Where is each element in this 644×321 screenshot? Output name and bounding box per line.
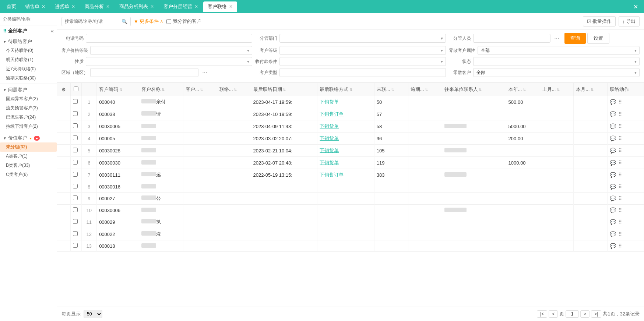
row-checkbox[interactable] bbox=[73, 207, 78, 212]
filter-gender-select[interactable] bbox=[86, 57, 252, 66]
filter-person-input[interactable] bbox=[473, 34, 550, 43]
grid-action-icon[interactable]: ⠿ bbox=[618, 123, 622, 129]
sidebar-all-customers[interactable]: ⠿ 全部客户 « bbox=[0, 25, 57, 36]
chat-icon[interactable]: 💬 bbox=[610, 135, 616, 141]
tab-close-product-list[interactable]: ✕ bbox=[150, 4, 154, 9]
global-close-icon[interactable]: ✕ bbox=[630, 3, 641, 10]
filter-phone-input[interactable] bbox=[86, 34, 252, 43]
grid-action-icon[interactable]: ⠿ bbox=[618, 195, 622, 201]
th-no-contact[interactable]: 未联... bbox=[374, 83, 408, 96]
sidebar-item-churn-warning[interactable]: 流失预警客户(3) bbox=[0, 103, 57, 113]
row-checkbox[interactable] bbox=[73, 135, 78, 140]
contact-method-link[interactable]: 下销货单 bbox=[320, 135, 339, 141]
tab-purchase[interactable]: 进货单 ✕ bbox=[50, 1, 80, 12]
chat-icon[interactable]: 💬 bbox=[610, 243, 616, 249]
row-checkbox[interactable] bbox=[73, 184, 78, 188]
chat-icon[interactable]: 💬 bbox=[610, 184, 616, 190]
th-overdue[interactable]: 逾期... bbox=[408, 83, 442, 96]
filter-price-select[interactable] bbox=[90, 46, 252, 55]
more-conditions-btn[interactable]: ▼ 更多条件 ∧ bbox=[134, 18, 163, 25]
page-last-btn[interactable]: >| bbox=[591, 310, 601, 318]
chat-icon[interactable]: 💬 bbox=[610, 123, 616, 129]
batch-ops-button[interactable]: ☑ 批量操作 bbox=[583, 16, 616, 27]
search-button[interactable]: 查询 bbox=[564, 33, 586, 44]
tab-close-customer-contact[interactable]: ✕ bbox=[229, 4, 233, 9]
sidebar-item-7days[interactable]: 近7天待联络(0) bbox=[0, 64, 57, 74]
contact-method-link[interactable]: 下销售订单 bbox=[320, 111, 344, 117]
grid-action-icon[interactable]: ⠿ bbox=[618, 135, 622, 141]
filter-payment-select[interactable] bbox=[279, 57, 446, 66]
chat-icon[interactable]: 💬 bbox=[610, 219, 616, 225]
grid-action-icon[interactable]: ⠿ bbox=[618, 219, 622, 225]
sidebar-search-input[interactable] bbox=[3, 17, 57, 22]
tab-product-analysis[interactable]: 商品分析 ✕ bbox=[80, 1, 114, 12]
row-checkbox[interactable] bbox=[73, 99, 78, 104]
my-customers-toggle[interactable]: 我分管的客户 bbox=[166, 18, 201, 25]
page-next-btn[interactable]: > bbox=[580, 310, 590, 318]
page-first-btn[interactable]: |< bbox=[537, 310, 547, 318]
tab-product-list[interactable]: 商品分析列表 ✕ bbox=[115, 1, 158, 12]
th-check[interactable] bbox=[70, 83, 81, 96]
chat-icon[interactable]: 💬 bbox=[610, 172, 616, 178]
th-this-month[interactable]: 本月... bbox=[574, 83, 608, 96]
row-checkbox[interactable] bbox=[73, 231, 78, 236]
row-checkbox[interactable] bbox=[73, 219, 78, 224]
grid-action-icon[interactable]: ⠿ bbox=[618, 172, 622, 178]
th-contact[interactable]: 联络... bbox=[217, 83, 251, 96]
sidebar-item-ungrouped[interactable]: 未分组(32) bbox=[0, 142, 57, 152]
chat-icon[interactable]: 💬 bbox=[610, 207, 616, 213]
filter-region-input[interactable] bbox=[90, 68, 198, 77]
row-checkbox[interactable] bbox=[73, 172, 78, 177]
filter-status-select[interactable] bbox=[473, 57, 640, 66]
row-checkbox[interactable] bbox=[73, 160, 78, 165]
sidebar-pending-group[interactable]: ▼ 待联络客户 bbox=[0, 36, 57, 46]
sidebar-item-class-a[interactable]: A类客户(1) bbox=[0, 152, 57, 161]
page-prev-btn[interactable]: < bbox=[549, 310, 558, 318]
export-button[interactable]: ↑ 导出 bbox=[619, 16, 640, 27]
my-customers-checkbox[interactable] bbox=[166, 19, 171, 24]
reset-button[interactable]: 设置 bbox=[587, 33, 609, 44]
sidebar-item-class-c[interactable]: C类客户(6) bbox=[0, 170, 57, 179]
page-size-select[interactable]: 50 20 100 bbox=[84, 310, 102, 318]
contact-method-link[interactable]: 下销货单 bbox=[320, 123, 339, 129]
filter-ctype-input[interactable] bbox=[279, 68, 446, 77]
sidebar-item-today[interactable]: 今天待联络(0) bbox=[0, 46, 57, 55]
th-last-date[interactable]: 最后联络日期 bbox=[251, 83, 317, 96]
sidebar-item-class-b[interactable]: B类客户(33) bbox=[0, 161, 57, 170]
page-input[interactable] bbox=[566, 310, 579, 318]
th-settings[interactable]: ⚙ bbox=[57, 83, 70, 96]
sidebar-item-churned[interactable]: 已流失客户(24) bbox=[0, 113, 57, 122]
tab-close-purchase[interactable]: ✕ bbox=[71, 4, 75, 9]
sidebar-value-group[interactable]: ▼ 价值客户 ● ● bbox=[0, 133, 57, 142]
search-input[interactable] bbox=[65, 19, 120, 24]
th-ctype[interactable]: 客户... bbox=[183, 83, 217, 96]
chat-icon[interactable]: 💬 bbox=[610, 148, 616, 154]
th-unit-contact[interactable]: 往来单位联系人 bbox=[442, 83, 506, 96]
select-all-checkbox[interactable] bbox=[74, 87, 78, 91]
sidebar-problem-group[interactable]: ▼ 问题客户 bbox=[0, 85, 57, 94]
th-last-method[interactable]: 最后联络方式 bbox=[317, 83, 374, 96]
filter-person-more[interactable]: ··· bbox=[553, 35, 560, 42]
contact-method-link[interactable]: 下销货单 bbox=[320, 148, 339, 153]
grid-action-icon[interactable]: ⠿ bbox=[618, 99, 622, 105]
th-last-month[interactable]: 上月... bbox=[540, 83, 574, 96]
filter-zcustomer-select[interactable]: 全部 bbox=[473, 68, 640, 77]
tab-close-sales[interactable]: ✕ bbox=[42, 4, 45, 9]
filter-region-more[interactable]: ··· bbox=[201, 69, 208, 76]
tab-close-customer-segment[interactable]: ✕ bbox=[194, 4, 198, 9]
sidebar-item-declining[interactable]: 持续下滑客户(2) bbox=[0, 122, 57, 131]
sidebar-item-abnormal[interactable]: 固购异常客户(2) bbox=[0, 94, 57, 103]
contact-method-link[interactable]: 下销货单 bbox=[320, 160, 339, 165]
chat-icon[interactable]: 💬 bbox=[610, 231, 616, 237]
tab-customer-segment[interactable]: 客户分层经营 ✕ bbox=[159, 1, 203, 12]
tab-customer-contact[interactable]: 客户联络 ✕ bbox=[203, 1, 237, 12]
chat-icon[interactable]: 💬 bbox=[610, 99, 616, 105]
sidebar-item-overdue[interactable]: 逾期未联络(30) bbox=[0, 74, 57, 83]
row-checkbox[interactable] bbox=[73, 195, 78, 200]
row-checkbox[interactable] bbox=[73, 148, 78, 152]
chat-icon[interactable]: 💬 bbox=[610, 195, 616, 201]
grid-action-icon[interactable]: ⠿ bbox=[618, 243, 622, 249]
filter-dept-select[interactable] bbox=[279, 34, 446, 43]
th-name[interactable]: 客户名称 bbox=[139, 83, 183, 96]
filter-zero-attr-select[interactable]: 全部 bbox=[478, 46, 640, 55]
